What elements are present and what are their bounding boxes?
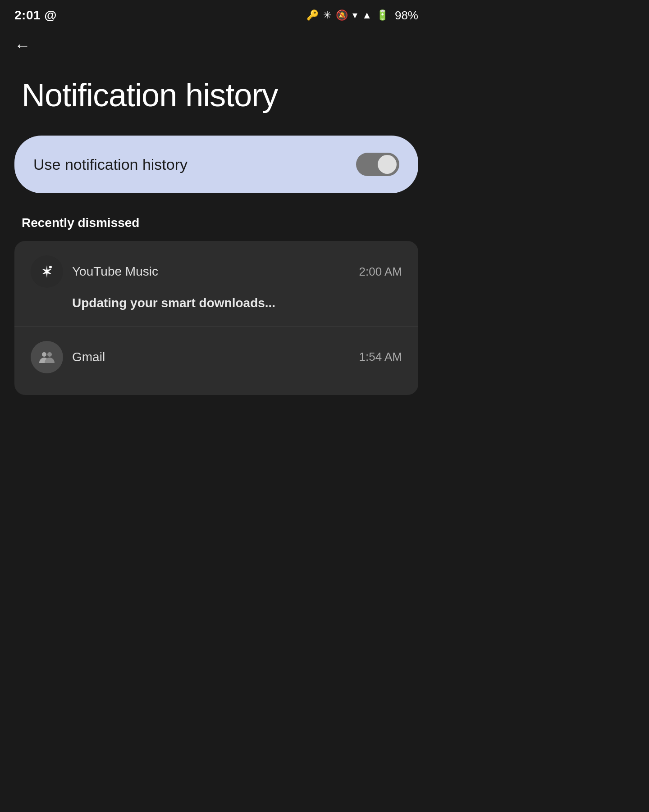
back-arrow-icon: ← <box>14 36 31 54</box>
svg-point-1 <box>42 352 46 357</box>
notification-history-toggle-row[interactable]: Use notification history <box>14 136 418 193</box>
notification-header: YouTube Music 2:00 AM <box>31 255 402 288</box>
toggle-knob <box>378 155 397 174</box>
gmail-app-name: Gmail <box>72 350 105 364</box>
gmail-icon <box>31 341 63 373</box>
youtube-music-time: 2:00 AM <box>359 265 402 279</box>
notification-item-gmail[interactable]: Gmail 1:54 AM <box>14 326 418 395</box>
wifi-icon: ▾ <box>352 9 357 21</box>
sparkle-svg <box>39 263 55 280</box>
youtube-music-message: Updating your smart downloads... <box>31 295 402 311</box>
signal-icon: ▲ <box>362 9 372 21</box>
youtube-music-app-name: YouTube Music <box>72 264 158 279</box>
gmail-notification-header: Gmail 1:54 AM <box>31 341 402 373</box>
gmail-app-info: Gmail <box>31 341 105 373</box>
battery-percent: 98% <box>395 9 418 23</box>
recently-dismissed-header: Recently dismissed <box>0 193 433 241</box>
gmail-time: 1:54 AM <box>359 350 402 364</box>
notification-item-youtube-music[interactable]: YouTube Music 2:00 AM Updating your smar… <box>14 241 418 326</box>
time-text: 2:01 <box>14 8 41 22</box>
battery-icon: 🔋 <box>376 9 388 21</box>
youtube-music-icon <box>31 255 63 288</box>
toggle-label: Use notification history <box>33 156 187 173</box>
mute-icon: 🔕 <box>336 9 348 21</box>
bluetooth-icon: ✳ <box>323 9 331 21</box>
app-info: YouTube Music <box>31 255 158 288</box>
status-bar: 2:01 @ 🔑 ✳ 🔕 ▾ ▲ 🔋 98% <box>0 0 433 27</box>
toggle-switch[interactable] <box>356 153 399 176</box>
svg-point-0 <box>49 266 52 268</box>
people-svg <box>38 349 55 366</box>
key-icon: 🔑 <box>306 9 319 21</box>
svg-point-2 <box>47 352 52 357</box>
notification-card-container: YouTube Music 2:00 AM Updating your smar… <box>14 241 418 395</box>
status-time: 2:01 @ <box>14 8 57 23</box>
status-icons: 🔑 ✳ 🔕 ▾ ▲ 🔋 98% <box>306 9 418 23</box>
page-title: Notification history <box>0 64 433 136</box>
at-symbol: @ <box>44 8 57 22</box>
back-button[interactable]: ← <box>0 27 45 64</box>
